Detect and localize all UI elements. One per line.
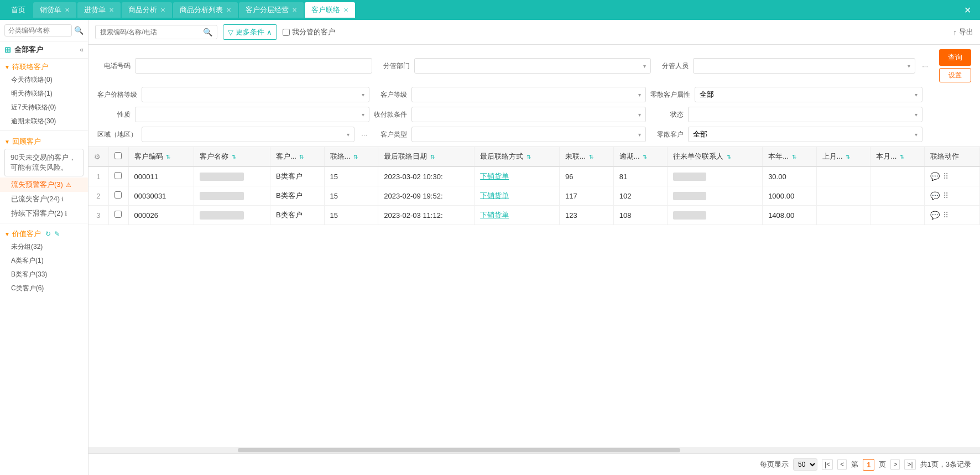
sort-icon-contact[interactable]: ⇅	[353, 154, 358, 160]
col-checkbox[interactable]	[108, 147, 128, 166]
sort-icon-last-month[interactable]: ⇅	[846, 154, 850, 160]
region-select[interactable]: ▾	[142, 127, 355, 142]
customer-level-select[interactable]: ▾	[411, 87, 646, 102]
status-select[interactable]: ▾	[688, 107, 922, 122]
close-icon-1[interactable]: ✕	[109, 7, 114, 14]
region-more-dots[interactable]: ···	[359, 131, 369, 139]
chat-icon-1[interactable]: 💬	[930, 191, 940, 200]
close-icon-0[interactable]: ✕	[65, 7, 70, 14]
last-method-link-2[interactable]: 下销货单	[480, 211, 509, 219]
sidebar-group-value[interactable]: ▼ 价值客户 ↻ ✎	[0, 226, 88, 240]
sidebar-item-today[interactable]: 今天待联络(0)	[0, 73, 88, 87]
row-checkbox-2[interactable]	[108, 206, 128, 225]
sidebar-item-overdue[interactable]: 逾期未联络(30)	[0, 114, 88, 128]
sidebar-all-customers[interactable]: ⊞ 全部客户 «	[0, 41, 88, 59]
my-customer-checkbox[interactable]: 我分管的客户	[283, 27, 335, 37]
row-last-method-0[interactable]: 下销货单	[475, 166, 560, 186]
page-first-button[interactable]: |<	[822, 459, 833, 470]
chat-icon-0[interactable]: 💬	[930, 172, 940, 181]
page-prev-button[interactable]: <	[837, 459, 847, 470]
sort-icon-overdue[interactable]: ⇅	[643, 154, 647, 160]
sort-icon-code[interactable]: ⇅	[166, 154, 170, 160]
per-page-select[interactable]: 50	[793, 458, 817, 471]
sort-icon-name[interactable]: ⇅	[232, 154, 236, 160]
nav-tab-4[interactable]: 客户分层经营 ✕	[239, 2, 304, 18]
dept-select[interactable]: ▾	[414, 58, 651, 74]
last-method-link-0[interactable]: 下销货单	[480, 172, 509, 180]
sparse-attr-select[interactable]: 全部 ▾	[695, 87, 922, 102]
nav-tab-5[interactable]: 客户联络 ✕	[305, 2, 355, 18]
row-action-1[interactable]: 💬 ⠿	[925, 186, 980, 206]
last-method-link-1[interactable]: 下销货单	[480, 191, 509, 200]
search-input[interactable]	[100, 28, 200, 36]
settings-button[interactable]: 设置	[939, 68, 971, 82]
chevron-down-icon-payment: ▾	[638, 112, 641, 118]
sidebar-item-classB[interactable]: B类客户(33)	[0, 268, 88, 281]
scrollbar-thumb[interactable]	[238, 448, 680, 452]
row-action-0[interactable]: 💬 ⠿	[925, 166, 980, 186]
sort-icon-this-month[interactable]: ⇅	[900, 154, 904, 160]
close-icon-5[interactable]: ✕	[343, 7, 348, 14]
horizontal-scrollbar[interactable]	[88, 447, 980, 453]
row-last-method-2[interactable]: 下销货单	[475, 206, 560, 225]
row-action-2[interactable]: 💬 ⠿	[925, 206, 980, 225]
sidebar-search-input[interactable]	[4, 24, 72, 36]
sidebar-group-pending[interactable]: ▼ 待联络客户	[0, 59, 88, 73]
page-last-button[interactable]: >|	[904, 459, 915, 470]
nav-tab-0[interactable]: 销货单 ✕	[33, 2, 76, 18]
chat-icon-2[interactable]: 💬	[930, 211, 940, 220]
close-icon-4[interactable]: ✕	[292, 7, 297, 14]
window-close-button[interactable]: ✕	[960, 5, 976, 15]
col-settings[interactable]: ⚙	[88, 147, 108, 166]
close-icon-3[interactable]: ✕	[226, 7, 231, 14]
search-icon[interactable]: 🔍	[203, 28, 212, 36]
price-level-select[interactable]: ▾	[142, 87, 369, 102]
more-conditions-button[interactable]: ▽ 更多条件 ∧	[223, 24, 277, 40]
more-action-icon-0[interactable]: ⠿	[943, 172, 948, 181]
collapse-icon[interactable]: «	[80, 46, 84, 54]
sort-icon-unlisted[interactable]: ⇅	[589, 154, 593, 160]
manager-select[interactable]: ▾	[693, 58, 915, 74]
sidebar-group-review[interactable]: ▼ 回顾客户	[0, 133, 88, 148]
sparse-customer-select[interactable]: 全部 ▾	[688, 127, 922, 142]
sidebar-item-churn-warning[interactable]: 流失预警客户(3) ⚠	[0, 178, 88, 192]
query-button[interactable]: 查询	[939, 49, 971, 66]
row-last-method-1[interactable]: 下销货单	[475, 186, 560, 206]
settings-icon[interactable]: ⚙	[94, 153, 101, 161]
my-customer-input[interactable]	[283, 29, 290, 36]
more-action-icon-1[interactable]: ⠿	[943, 191, 948, 200]
edit-icon[interactable]: ✎	[54, 230, 60, 238]
row-checkbox-0[interactable]	[108, 166, 128, 186]
nav-tab-1[interactable]: 进货单 ✕	[77, 2, 121, 18]
phone-input[interactable]	[135, 58, 372, 74]
sidebar-item-churned[interactable]: 已流失客户(24) ℹ	[0, 192, 88, 206]
payment-select[interactable]: ▾	[411, 107, 646, 122]
sidebar-item-unclassified[interactable]: 未分组(32)	[0, 240, 88, 254]
sidebar-item-classC[interactable]: C类客户(6)	[0, 281, 88, 295]
more-action-icon-2[interactable]: ⠿	[943, 211, 948, 220]
nav-tab-3[interactable]: 商品分析列表 ✕	[173, 2, 238, 18]
manager-more-dots[interactable]: ···	[920, 62, 930, 70]
close-icon-2[interactable]: ✕	[160, 7, 165, 14]
nature-select[interactable]: ▾	[135, 107, 369, 122]
nav-tab-2[interactable]: 商品分析 ✕	[122, 2, 172, 18]
export-button[interactable]: ↑ 导出	[953, 27, 974, 37]
refresh-icon[interactable]: ↻	[45, 230, 51, 238]
sidebar-item-tomorrow[interactable]: 明天待联络(1)	[0, 87, 88, 101]
home-tab[interactable]: 首页	[4, 5, 32, 15]
filter-search-box[interactable]: 🔍	[95, 25, 217, 39]
sidebar-item-7days[interactable]: 近7天待联络(0)	[0, 101, 88, 114]
row-checkbox-1[interactable]	[108, 186, 128, 206]
sort-icon-contact-person[interactable]: ⇅	[727, 154, 731, 160]
page-next-button[interactable]: >	[890, 459, 900, 470]
select-all-checkbox[interactable]	[114, 152, 122, 159]
customer-type-select[interactable]: ▾	[411, 127, 646, 142]
sidebar-item-classA[interactable]: A类客户(1)	[0, 254, 88, 268]
sidebar-item-declining[interactable]: 持续下滑客户(2) ℹ	[0, 206, 88, 221]
sort-icon-last-date[interactable]: ⇅	[430, 154, 435, 160]
sidebar-search-icon[interactable]: 🔍	[74, 26, 84, 35]
sort-icon-type[interactable]: ⇅	[299, 154, 304, 160]
sort-icon-this-year[interactable]: ⇅	[792, 154, 796, 160]
chevron-down-icon-sparse: ▾	[915, 92, 918, 98]
sort-icon-last-method[interactable]: ⇅	[527, 154, 531, 160]
